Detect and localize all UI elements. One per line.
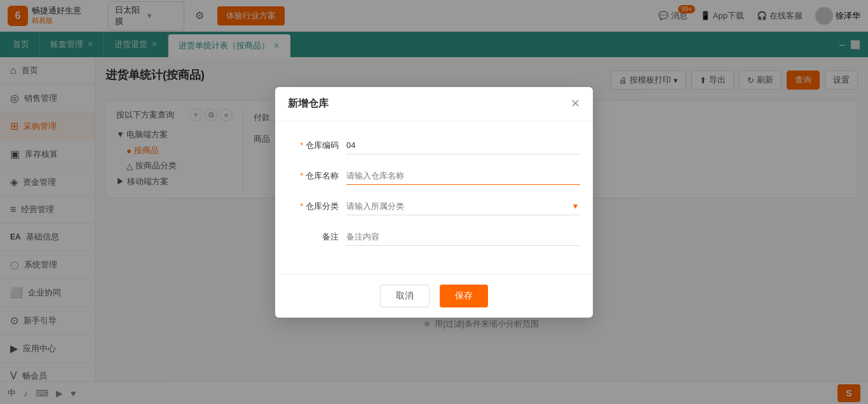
warehouse-category-label: 仓库分类 — [288, 201, 339, 212]
modal-overlay[interactable]: 新增仓库 ✕ 仓库编码 仓库名称 仓库分类 ▾ — [0, 0, 868, 404]
modal-footer: 取消 保存 — [275, 274, 593, 318]
cancel-button[interactable]: 取消 — [380, 285, 430, 307]
warehouse-category-input[interactable] — [346, 198, 580, 215]
modal-dialog: 新增仓库 ✕ 仓库编码 仓库名称 仓库分类 ▾ — [275, 87, 593, 318]
category-dropdown-icon: ▾ — [573, 201, 578, 211]
warehouse-code-label: 仓库编码 — [288, 140, 339, 151]
warehouse-name-input[interactable] — [346, 167, 580, 185]
modal-close-icon[interactable]: ✕ — [571, 98, 580, 109]
form-row-name: 仓库名称 — [288, 167, 580, 185]
remark-input[interactable] — [346, 228, 580, 246]
remark-label: 备注 — [288, 231, 339, 243]
warehouse-code-input[interactable] — [346, 137, 580, 154]
warehouse-category-wrapper: ▾ — [346, 198, 580, 215]
modal-body: 仓库编码 仓库名称 仓库分类 ▾ 备注 — [275, 121, 593, 274]
form-row-remark: 备注 — [288, 228, 580, 246]
save-button[interactable]: 保存 — [440, 285, 488, 307]
form-row-category: 仓库分类 ▾ — [288, 198, 580, 215]
warehouse-name-label: 仓库名称 — [288, 170, 339, 182]
form-row-code: 仓库编码 — [288, 137, 580, 154]
modal-title: 新增仓库 — [288, 97, 329, 111]
modal-header: 新增仓库 ✕ — [275, 87, 593, 121]
